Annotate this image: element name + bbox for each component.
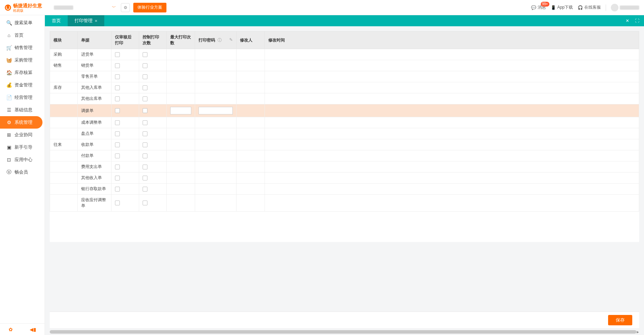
tab-close-all-icon[interactable]: ✕ [624, 17, 631, 24]
sidebar-item-system[interactable]: ⚙系统管理 [0, 116, 42, 129]
table-row[interactable]: 往来收款单 [50, 139, 639, 150]
search-menu-icon: 🔍 [6, 20, 12, 26]
org-selector[interactable]: ﹀ [51, 3, 119, 12]
org-settings-button[interactable]: ⚙ [121, 3, 130, 12]
control-count-checkbox[interactable] [143, 120, 147, 125]
audit-only-checkbox[interactable] [115, 176, 120, 180]
audit-only-checkbox[interactable] [115, 201, 120, 205]
control-count-checkbox[interactable] [143, 201, 147, 205]
cell-chk2 [139, 128, 167, 139]
audit-only-checkbox[interactable] [115, 108, 120, 113]
tabs-actions: ✕ ⛶ [624, 15, 644, 26]
sidebar-item-guide[interactable]: ▣新手引导 [0, 141, 45, 153]
user-menu[interactable] [611, 4, 639, 11]
cell-chk2 [139, 173, 167, 184]
cell-modtime [265, 71, 639, 82]
table-row[interactable]: 其他收入单 [50, 173, 639, 184]
save-button[interactable]: 保存 [608, 315, 632, 325]
audit-only-checkbox[interactable] [115, 153, 120, 158]
control-count-checkbox[interactable] [143, 52, 147, 57]
control-count-checkbox[interactable] [143, 187, 147, 192]
table-row[interactable]: 库存其他入库单 [50, 82, 639, 93]
table-row[interactable]: 销售销货单 [50, 60, 639, 71]
table-body: 采购进货单销售销货单零售开单库存其他入库单其他出库单调拨单成本调整单盘点单往来收… [50, 49, 639, 212]
cell-modifier [237, 139, 265, 150]
cell-chk1 [112, 60, 139, 71]
horizontal-scrollbar[interactable]: ▶ [50, 330, 639, 334]
table-row[interactable]: 银行存取款单 [50, 184, 639, 195]
messages-button[interactable]: 💬 消息 99+ [531, 4, 546, 10]
control-count-checkbox[interactable] [143, 165, 147, 169]
topbar: 畅捷通好生意 精易版 ﹀ ⚙ 体验行业方案 💬 消息 99+ 📱 App下载 🎧 [0, 0, 644, 15]
audit-only-checkbox[interactable] [115, 142, 120, 147]
sidebar-footer: ✿ ◀▮ [0, 323, 45, 335]
fullscreen-icon[interactable]: ⛶ [634, 17, 641, 24]
control-count-checkbox[interactable] [143, 153, 147, 158]
audit-only-checkbox[interactable] [115, 63, 120, 68]
sidebar-item-funds[interactable]: 💰资金管理 [0, 79, 45, 91]
table-row[interactable]: 其他出库单 [50, 93, 639, 104]
sidebar-item-apps[interactable]: ⊡应用中心 [0, 153, 45, 166]
cell-module [50, 195, 78, 212]
control-count-checkbox[interactable] [143, 142, 147, 147]
audit-only-checkbox[interactable] [115, 131, 120, 136]
cell-max [167, 104, 195, 117]
table-row[interactable]: 费用支出单 [50, 161, 639, 173]
sidebar-item-basic[interactable]: ☰基础信息 [0, 104, 45, 116]
industry-plan-button[interactable]: 体验行业方案 [133, 3, 166, 12]
close-icon[interactable]: ✕ [95, 19, 97, 23]
tab-打印管理[interactable]: 打印管理✕ [68, 15, 104, 26]
table-row[interactable]: 零售开单 [50, 71, 639, 82]
help-icon[interactable]: ⓘ [218, 38, 222, 43]
support-button[interactable]: 🎧 在线客服 [578, 4, 601, 10]
cell-doc: 应收应付调整单 [78, 195, 112, 212]
table-row[interactable]: 盘点单 [50, 128, 639, 139]
gear-icon: ⚙ [124, 5, 127, 10]
collapse-icon[interactable]: ◀▮ [30, 327, 36, 332]
cell-modtime [265, 150, 639, 161]
audit-only-checkbox[interactable] [115, 52, 120, 57]
tab-首页[interactable]: 首页 [45, 15, 68, 26]
sidebar-item-home[interactable]: ⌂首页 [0, 29, 45, 41]
scroll-right-icon[interactable]: ▶ [636, 330, 639, 334]
audit-only-checkbox[interactable] [115, 96, 120, 101]
cell-modifier [237, 173, 265, 184]
audit-only-checkbox[interactable] [115, 120, 120, 125]
audit-only-checkbox[interactable] [115, 187, 120, 192]
sidebar-item-biz[interactable]: 📄经营管理 [0, 91, 45, 104]
control-count-checkbox[interactable] [143, 85, 147, 90]
audit-only-checkbox[interactable] [115, 165, 120, 169]
cell-pwd [195, 184, 237, 195]
sidebar-item-search-menu[interactable]: 🔍搜索菜单 [0, 17, 45, 29]
control-count-checkbox[interactable] [143, 63, 147, 68]
sidebar-item-inventory[interactable]: 🏠库存核算 [0, 66, 45, 79]
cell-chk1 [112, 184, 139, 195]
control-count-checkbox[interactable] [143, 131, 147, 136]
cell-module [50, 184, 78, 195]
sidebar-item-label: 库存核算 [15, 69, 32, 76]
table-row[interactable]: 成本调整单 [50, 117, 639, 128]
table-row[interactable]: 调拨单 [50, 104, 639, 117]
app-download-button[interactable]: 📱 App下载 [551, 4, 573, 10]
max-print-input[interactable] [170, 107, 191, 114]
chat-icon: 💬 [531, 5, 536, 10]
table-row[interactable]: 采购进货单 [50, 49, 639, 60]
sidebar-item-member[interactable]: Ⓥ畅会员 [0, 166, 45, 178]
sidebar-item-coop[interactable]: ⊞企业协同 [0, 129, 45, 141]
control-count-checkbox[interactable] [143, 108, 147, 113]
sidebar-item-sales[interactable]: 🛒销售管理 [0, 41, 45, 54]
edit-icon[interactable]: ✎ [229, 37, 233, 42]
table-row[interactable]: 付款单 [50, 150, 639, 161]
scrollbar-thumb[interactable] [50, 330, 636, 334]
cell-modtime [265, 93, 639, 104]
control-count-checkbox[interactable] [143, 96, 147, 101]
settings-icon[interactable]: ✿ [9, 327, 13, 332]
table-row[interactable]: 应收应付调整单 [50, 195, 639, 212]
audit-only-checkbox[interactable] [115, 74, 120, 79]
control-count-checkbox[interactable] [143, 176, 147, 180]
control-count-checkbox[interactable] [143, 74, 147, 79]
audit-only-checkbox[interactable] [115, 85, 120, 90]
sidebar-item-purchase[interactable]: 🧺采购管理 [0, 54, 45, 66]
print-password-input[interactable] [199, 107, 233, 114]
brand-name: 畅捷通好生意 [13, 3, 42, 8]
